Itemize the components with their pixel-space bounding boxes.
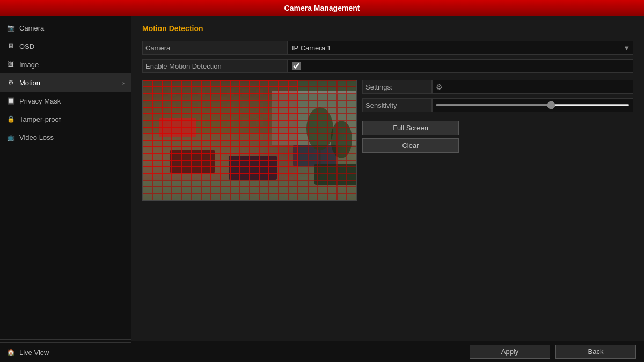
scene-svg: [143, 80, 357, 201]
settings-panel: Settings: ⚙ Sensitivity Ful: [362, 80, 633, 201]
sidebar-label-image: Image: [19, 61, 39, 69]
privacy-mask-icon: 🔲: [6, 97, 15, 105]
camera-dropdown-arrow: ▼: [623, 44, 630, 52]
clear-button[interactable]: Clear: [362, 138, 459, 153]
form-section: Camera IP Camera 1 ▼ Enable Motion Detec…: [142, 41, 633, 354]
apply-button[interactable]: Apply: [470, 345, 550, 359]
motion-arrow: ›: [122, 79, 125, 87]
sidebar-label-privacy-mask: Privacy Mask: [19, 97, 61, 105]
sensitivity-slider[interactable]: [436, 104, 630, 106]
sidebar-item-osd[interactable]: 🖥 OSD: [0, 37, 131, 55]
live-view-icon: 🏠: [6, 348, 15, 357]
sidebar-divider: [0, 339, 131, 340]
tamper-proof-icon: 🔒: [6, 115, 15, 123]
motion-icon: ⚙: [6, 78, 15, 87]
svg-rect-2: [272, 91, 357, 94]
sidebar-label-tamper-proof: Tamper-proof: [19, 115, 61, 123]
sidebar-label-camera: Camera: [19, 24, 44, 32]
sidebar-label-motion: Motion: [19, 79, 40, 87]
svg-rect-7: [159, 118, 196, 137]
camera-settings-row: Settings: ⚙ Sensitivity Ful: [142, 80, 633, 201]
back-button[interactable]: Back: [555, 345, 636, 359]
camera-icon: 📷: [6, 24, 15, 32]
camera-value-field[interactable]: IP Camera 1 ▼: [287, 41, 633, 55]
sidebar-label-osd: OSD: [19, 42, 34, 50]
sensitivity-row: Sensitivity: [362, 98, 633, 112]
title-bar-label: Camera Management: [284, 4, 360, 12]
sensitivity-label: Sensitivity: [362, 98, 432, 112]
svg-point-9: [331, 121, 352, 158]
svg-point-8: [306, 107, 333, 150]
page-title: Motion Detection: [142, 24, 633, 33]
sidebar-item-motion[interactable]: ⚙ Motion ›: [0, 73, 131, 92]
settings-label: Settings:: [362, 80, 432, 94]
video-loss-icon: 📺: [6, 133, 15, 142]
settings-value: ⚙: [432, 80, 633, 94]
svg-rect-4: [229, 156, 277, 180]
sensitivity-value: [432, 98, 633, 112]
sidebar-item-camera[interactable]: 📷 Camera: [0, 19, 131, 37]
content-area: Motion Detection Camera IP Camera 1 ▼ En…: [131, 16, 644, 362]
bottom-bar: Apply Back: [131, 341, 644, 362]
svg-rect-6: [314, 164, 357, 185]
sidebar-item-privacy-mask[interactable]: 🔲 Privacy Mask: [0, 92, 131, 110]
title-bar: Camera Management: [0, 0, 644, 16]
gear-icon[interactable]: ⚙: [436, 83, 443, 91]
settings-row: Settings: ⚙: [362, 80, 633, 94]
enable-motion-row: Enable Motion Detection: [142, 59, 633, 73]
enable-motion-value: [287, 59, 633, 73]
sidebar-footer-label: Live View: [19, 349, 49, 357]
svg-rect-5: [170, 150, 215, 173]
sidebar-item-video-loss[interactable]: 📺 Video Loss: [0, 128, 131, 146]
action-buttons: Full Screen Clear: [362, 121, 633, 153]
camera-label: Camera: [142, 41, 287, 55]
image-icon: 🖼: [6, 60, 15, 69]
sidebar: 📷 Camera 🖥 OSD 🖼 Image ⚙ Motion › 🔲 Priv…: [0, 16, 131, 362]
sidebar-item-tamper-proof[interactable]: 🔒 Tamper-proof: [0, 110, 131, 128]
sidebar-label-video-loss: Video Loss: [19, 134, 54, 142]
enable-motion-label: Enable Motion Detection: [142, 59, 287, 73]
main-layout: 📷 Camera 🖥 OSD 🖼 Image ⚙ Motion › 🔲 Priv…: [0, 16, 644, 362]
camera-preview: [142, 80, 357, 201]
sidebar-item-image[interactable]: 🖼 Image: [0, 55, 131, 73]
enable-motion-checkbox[interactable]: [292, 62, 301, 70]
osd-icon: 🖥: [6, 42, 15, 50]
sidebar-footer-live-view[interactable]: 🏠 Live View: [0, 342, 131, 362]
full-screen-button[interactable]: Full Screen: [362, 121, 459, 135]
camera-row: Camera IP Camera 1 ▼: [142, 41, 633, 55]
camera-value-text: IP Camera 1: [292, 44, 331, 52]
sidebar-menu: 📷 Camera 🖥 OSD 🖼 Image ⚙ Motion › 🔲 Priv…: [0, 16, 131, 337]
